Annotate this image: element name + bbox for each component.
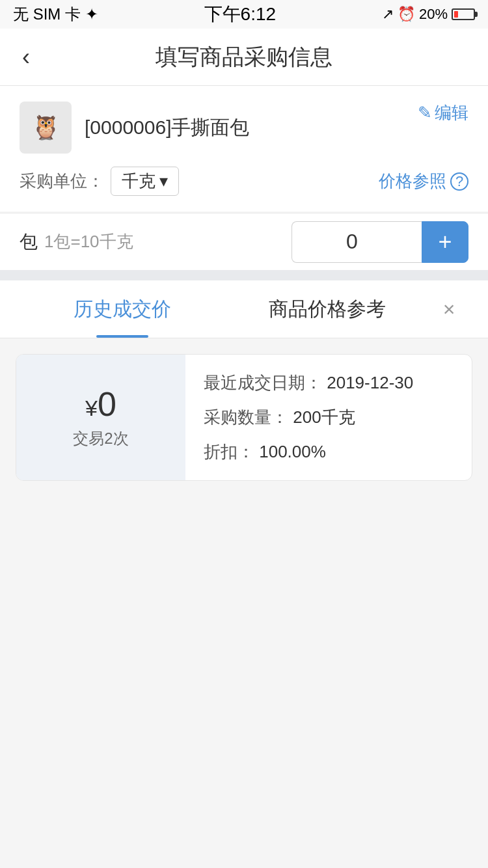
unit-select[interactable]: 千克 ▾	[111, 167, 179, 196]
tab-product-price-ref[interactable]: 商品价格参考	[224, 280, 429, 338]
price-card-left: ¥0 交易2次	[16, 355, 185, 480]
page-title: 填写商品采购信息	[156, 42, 332, 72]
product-header: 🦉 [0000006]手撕面包 ✎ 编辑	[20, 102, 468, 154]
pkg-conversion-label: 1包=10千克	[44, 230, 133, 253]
pkg-unit-label: 包	[20, 230, 38, 254]
qty-label: 采购数量：	[204, 407, 288, 427]
price-card-area: ¥0 交易2次 最近成交日期： 2019-12-30 采购数量： 200千克 折…	[0, 338, 488, 496]
product-section: 🦉 [0000006]手撕面包 ✎ 编辑 采购单位： 千克 ▾ 价格参照 ?	[0, 86, 488, 211]
alarm-icon: ⏰	[398, 6, 415, 23]
discount-value: 100.00%	[259, 442, 326, 461]
no-sim-label: 无 SIM 卡 ✦	[13, 4, 98, 25]
tab-history-price-label: 历史成交价	[74, 296, 171, 323]
qty-value: 200千克	[293, 407, 355, 427]
product-thumbnail: 🦉	[20, 102, 72, 154]
product-name: [0000006]手撕面包	[85, 114, 249, 141]
price-value: 0	[98, 385, 116, 423]
tab-row: 历史成交价 商品价格参考 ×	[0, 280, 488, 338]
recent-date-row: 最近成交日期： 2019-12-30	[204, 370, 454, 396]
price-card-right: 最近成交日期： 2019-12-30 采购数量： 200千克 折扣： 100.0…	[185, 355, 472, 480]
edit-icon: ✎	[418, 103, 432, 123]
nav-bar: ‹ 填写商品采购信息	[0, 29, 488, 86]
close-icon: ×	[443, 297, 455, 321]
product-left: 🦉 [0000006]手撕面包	[20, 102, 249, 154]
tab-close-button[interactable]: ×	[429, 290, 468, 329]
recent-date-label: 最近成交日期：	[204, 373, 322, 392]
status-bar: 无 SIM 卡 ✦ 下午6:12 ↗ ⏰ 20%	[0, 0, 488, 29]
discount-row: 折扣： 100.00%	[204, 439, 454, 465]
price-ref-label: 价格参照	[379, 170, 446, 193]
product-meta: 采购单位： 千克 ▾ 价格参照 ?	[20, 167, 468, 196]
price-display: ¥0	[85, 386, 116, 423]
unit-label: 采购单位： 千克 ▾	[20, 167, 179, 196]
discount-label: 折扣：	[204, 442, 254, 461]
product-logo-icon: 🦉	[31, 114, 61, 141]
edit-button[interactable]: ✎ 编辑	[418, 102, 468, 124]
plus-icon: +	[438, 228, 452, 256]
quantity-section: 包 1包=10千克 +	[0, 213, 488, 270]
unit-value: 千克	[122, 170, 156, 193]
quantity-input-wrap: +	[291, 221, 468, 263]
bottom-space	[0, 496, 488, 868]
status-time: 下午6:12	[204, 2, 277, 27]
status-right: ↗ ⏰ 20%	[382, 6, 475, 23]
tab-product-price-ref-label: 商品价格参考	[269, 296, 386, 323]
location-icon: ↗	[382, 6, 394, 23]
trades-count: 交易2次	[73, 428, 128, 449]
dropdown-arrow-icon: ▾	[159, 171, 168, 191]
back-button[interactable]: ‹	[16, 37, 36, 77]
recent-date-value: 2019-12-30	[327, 373, 413, 392]
tab-section: 历史成交价 商品价格参考 ×	[0, 280, 488, 338]
quantity-label: 包 1包=10千克	[20, 230, 133, 254]
battery-pct: 20%	[419, 6, 448, 23]
tab-history-price[interactable]: 历史成交价	[20, 280, 224, 338]
plus-button[interactable]: +	[422, 221, 468, 263]
price-card: ¥0 交易2次 最近成交日期： 2019-12-30 采购数量： 200千克 折…	[16, 354, 472, 481]
info-icon: ?	[450, 172, 468, 191]
status-left: 无 SIM 卡 ✦	[13, 4, 98, 25]
price-ref-button[interactable]: 价格参照 ?	[379, 170, 468, 193]
unit-prefix: 采购单位：	[20, 170, 104, 193]
section-divider	[0, 270, 488, 280]
quantity-input[interactable]	[291, 221, 422, 263]
currency-symbol: ¥	[85, 396, 98, 420]
battery-icon	[452, 8, 475, 20]
edit-label: 编辑	[435, 102, 468, 124]
qty-row: 采购数量： 200千克	[204, 405, 454, 430]
